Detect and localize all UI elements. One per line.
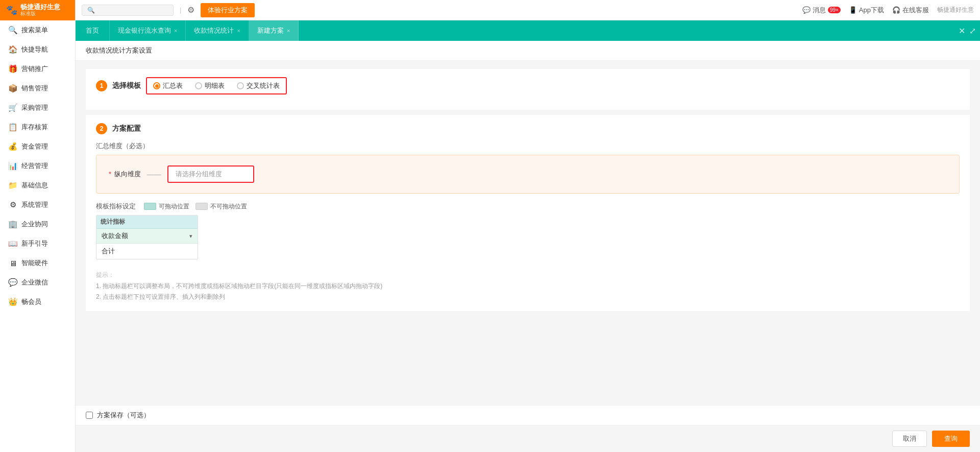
sidebar-item-label: 搜索菜单 — [21, 26, 48, 35]
sidebar-item-search-menu[interactable]: 🔍 搜索菜单 — [0, 20, 75, 40]
required-star: * — [109, 170, 111, 178]
draggable-legend-label: 可拖动位置 — [159, 202, 189, 211]
sidebar-item-purchase[interactable]: 🛒 采购管理 — [0, 98, 75, 117]
system-icon: ⚙ — [8, 200, 17, 209]
legend-fixed: 不可拖动位置 — [195, 202, 247, 211]
radio-detail[interactable]: 明细表 — [195, 81, 225, 90]
dim-arrow-icon: —— — [147, 170, 161, 178]
sidebar-item-system[interactable]: ⚙ 系统管理 — [0, 195, 75, 215]
radio-summary[interactable]: 汇总表 — [153, 81, 183, 90]
sidebar-item-wechat[interactable]: 💬 企业微信 — [0, 273, 75, 292]
mobile-icon: 📱 — [849, 6, 857, 14]
sales-icon: 📦 — [8, 84, 17, 93]
sidebar-nav: 🔍 搜索菜单 🏠 快捷导航 🎁 营销推广 📦 销售管理 🛒 采购管理 📋 库存核… — [0, 20, 75, 452]
metrics-legend: 可拖动位置 不可拖动位置 — [144, 202, 247, 211]
finance-icon: 💰 — [8, 142, 17, 151]
industry-plan-button[interactable]: 体验行业方案 — [201, 3, 255, 17]
step2-row: 2 方案配置 — [96, 123, 960, 134]
radio-summary-dot — [153, 82, 160, 89]
dimension-area: * 纵向维度 —— 请选择分组维度 — [96, 155, 960, 194]
step2-section: 2 方案配置 汇总维度（必选） * 纵向维度 —— 请选择分组维度 — [86, 115, 970, 311]
query-button[interactable]: 查询 — [932, 431, 970, 447]
step1-title: 选择模板 — [112, 81, 141, 90]
dim-label-text: 纵向维度 — [114, 170, 141, 178]
tab-home-label: 首页 — [86, 26, 99, 35]
metric-col-label: 收款金额 — [102, 231, 128, 241]
sidebar-item-marketing[interactable]: 🎁 营销推广 — [0, 59, 75, 79]
cancel-button[interactable]: 取消 — [892, 431, 927, 447]
tab-collection-stats-close[interactable]: × — [237, 28, 240, 34]
step1-section: 1 选择模板 汇总表 明细表 交叉统计表 — [86, 69, 970, 110]
vip-icon: 👑 — [8, 297, 17, 306]
tab-home[interactable]: 首页 — [76, 20, 110, 41]
topbar-search-bar[interactable]: 🔍 — [82, 5, 174, 16]
notification-label: 消息 — [813, 6, 826, 15]
metric-table-header: 统计指标 — [96, 216, 198, 229]
sidebar-item-label: 基础信息 — [21, 181, 48, 190]
tips-section: 提示： 1. 拖动标题栏可以调整布局，不可跨维度或指标区域拖动栏目字段(只能在同… — [96, 270, 960, 303]
tip2-text: 2. 点击标题栏下拉可设置排序、插入列和删除列 — [96, 293, 225, 300]
tab-new-plan[interactable]: 新建方案 × — [249, 20, 299, 41]
sidebar-item-label: 快捷导航 — [21, 45, 48, 54]
guide-icon: 📖 — [8, 239, 17, 248]
tab-new-plan-label: 新建方案 — [257, 26, 284, 35]
sidebar-item-guide[interactable]: 📖 新手引导 — [0, 234, 75, 253]
sidebar-item-operations[interactable]: 📊 经营管理 — [0, 156, 75, 176]
sidebar-item-label: 资金管理 — [21, 142, 48, 151]
sidebar-item-sales[interactable]: 📦 销售管理 — [0, 79, 75, 98]
sidebar-item-label: 采购管理 — [21, 103, 48, 112]
inventory-icon: 📋 — [8, 123, 17, 132]
app-download-item[interactable]: 📱 App下载 — [849, 6, 884, 15]
marketing-icon: 🎁 — [8, 64, 17, 74]
notification-icon: 💬 — [802, 6, 811, 14]
sidebar-item-finance[interactable]: 💰 资金管理 — [0, 137, 75, 156]
sidebar: 🐾 畅捷通好生意 标准版 🔍 搜索菜单 🏠 快捷导航 🎁 营销推广 📦 销售管理… — [0, 0, 76, 452]
support-item[interactable]: 🎧 在线客服 — [892, 6, 929, 15]
support-label: 在线客服 — [902, 6, 929, 15]
tab-new-plan-close[interactable]: × — [287, 28, 290, 34]
radio-cross[interactable]: 交叉统计表 — [237, 81, 280, 90]
close-tab-icon[interactable]: ✕ — [959, 26, 965, 36]
maximize-tab-icon[interactable]: ⤢ — [969, 26, 976, 36]
quick-nav-icon: 🏠 — [8, 45, 17, 54]
metrics-title: 模板指标设定 — [96, 202, 136, 211]
col-header-dropdown-icon: ▾ — [189, 233, 192, 240]
search-menu-icon: 🔍 — [8, 26, 17, 35]
sidebar-item-enterprise[interactable]: 🏢 企业协同 — [0, 215, 75, 234]
save-option-row: 方案保存（可选） — [76, 405, 980, 425]
tab-bank-flow[interactable]: 现金银行流水查询 × — [110, 20, 186, 41]
basic-info-icon: 📁 — [8, 181, 17, 190]
tab-bank-flow-label: 现金银行流水查询 — [118, 26, 171, 35]
sidebar-item-label: 企业协同 — [21, 220, 48, 229]
content-header: 收款情况统计方案设置 — [76, 41, 980, 61]
logo-icon: 🐾 — [6, 5, 17, 16]
sidebar-item-quick-nav[interactable]: 🏠 快捷导航 — [0, 40, 75, 59]
settings-icon[interactable]: ⚙ — [187, 5, 194, 15]
step1-circle: 1 — [96, 80, 107, 91]
tab-bank-flow-close[interactable]: × — [174, 28, 177, 34]
sidebar-item-label: 库存核算 — [21, 123, 48, 132]
sidebar-item-hardware[interactable]: 🖥 智能硬件 — [0, 253, 75, 273]
radio-summary-label: 汇总表 — [163, 81, 183, 90]
sidebar-logo: 🐾 畅捷通好生意 标准版 — [0, 0, 75, 20]
sidebar-item-inventory[interactable]: 📋 库存核算 — [0, 117, 75, 137]
notification-badge: 99+ — [828, 7, 841, 13]
content-area: 收款情况统计方案设置 1 选择模板 汇总表 明细表 — [76, 41, 980, 452]
operations-icon: 📊 — [8, 161, 17, 171]
fixed-legend-label: 不可拖动位置 — [210, 202, 247, 211]
tabs-actions: ✕ ⤢ — [954, 20, 980, 41]
tab-collection-stats[interactable]: 收款情况统计 × — [186, 20, 249, 41]
notification-item[interactable]: 💬 消息 99+ — [802, 6, 841, 15]
sidebar-item-vip[interactable]: 👑 畅会员 — [0, 292, 75, 312]
dim-row-label: * 纵向维度 — [109, 170, 141, 179]
metric-table: 统计指标 收款金额 ▾ 合计 — [96, 215, 198, 259]
save-checkbox[interactable] — [86, 412, 93, 419]
metric-col-header[interactable]: 收款金额 ▾ — [96, 229, 198, 244]
sidebar-item-label: 销售管理 — [21, 84, 48, 93]
radio-detail-label: 明细表 — [205, 81, 225, 90]
wechat-icon: 💬 — [8, 278, 17, 287]
metrics-section: 模板指标设定 可拖动位置 不可拖动位置 — [96, 202, 960, 259]
dim-select-button[interactable]: 请选择分组维度 — [167, 165, 254, 183]
footer: 取消 查询 — [76, 425, 980, 452]
sidebar-item-basic-info[interactable]: 📁 基础信息 — [0, 176, 75, 195]
